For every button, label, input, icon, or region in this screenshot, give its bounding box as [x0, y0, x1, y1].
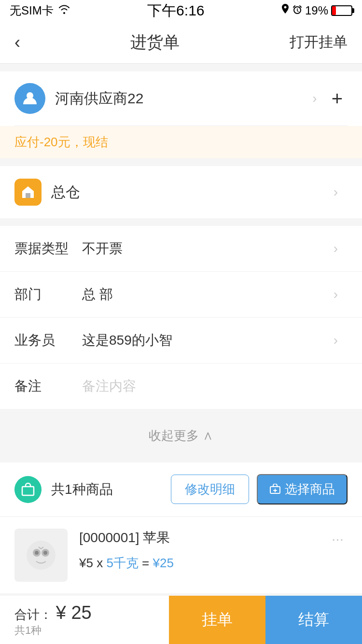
product-code: [0000001] [79, 530, 139, 545]
status-bar-left: 无SIM卡 [10, 3, 71, 18]
department-chevron-icon: › [334, 287, 338, 302]
product-item: [0000001] 苹果 ¥5 x 5千克 = ¥25 ··· [0, 517, 362, 593]
product-unit-price: ¥5 [79, 556, 93, 570]
product-price: ¥5 x 5千克 = ¥25 [79, 555, 328, 572]
supplier-chevron-icon: › [312, 91, 317, 106]
product-name-text: 苹果 [143, 530, 170, 545]
remark-label: 备注 [14, 377, 72, 395]
total-count: 共1种 [14, 623, 154, 638]
svg-point-5 [27, 541, 56, 570]
products-icon [14, 476, 42, 503]
product-more-button[interactable]: ··· [328, 529, 348, 549]
main-content: 河南供应商22 › + 应付-20元，现结 总仓 › 票据类型 不开票 › 部 [0, 64, 362, 642]
status-time: 下午6:16 [147, 1, 204, 21]
product-info: [0000001] 苹果 ¥5 x 5千克 = ¥25 [79, 529, 328, 572]
nav-bar: ‹ 进货单 打开挂单 [0, 21, 362, 64]
salesperson-label: 业务员 [14, 331, 72, 350]
back-button[interactable]: ‹ [14, 32, 20, 53]
modify-detail-button[interactable]: 修改明细 [171, 475, 249, 504]
hang-button[interactable]: 挂单 [169, 596, 265, 644]
checkout-button[interactable]: 结算 [265, 596, 362, 644]
supplier-row[interactable]: 河南供应商22 › + [0, 71, 362, 126]
carrier-text: 无SIM卡 [10, 3, 54, 18]
status-bar: 无SIM卡 下午6:16 19% [0, 0, 362, 21]
page-title: 进货单 [130, 31, 180, 54]
invoice-value: 不开票 [82, 239, 334, 258]
product-equals: = [142, 556, 153, 570]
warehouse-icon [14, 179, 42, 206]
salesperson-row[interactable]: 业务员 这是859的小智 › [0, 318, 362, 364]
svg-point-9 [43, 551, 47, 555]
warehouse-row[interactable]: 总仓 › [0, 166, 362, 218]
warehouse-name: 总仓 [51, 182, 334, 202]
product-total: ¥25 [153, 556, 174, 570]
products-count: 共1种商品 [51, 480, 171, 499]
remark-row[interactable]: 备注 备注内容 [0, 364, 362, 409]
product-name: [0000001] 苹果 [79, 529, 328, 547]
invoice-row[interactable]: 票据类型 不开票 › [0, 226, 362, 272]
warehouse-card[interactable]: 总仓 › [0, 166, 362, 218]
location-icon [281, 4, 290, 17]
status-bar-right: 19% [281, 4, 352, 17]
department-value: 总 部 [82, 285, 334, 304]
form-card: 票据类型 不开票 › 部门 总 部 › 业务员 这是859的小智 › 备注 备注… [0, 226, 362, 409]
select-product-button[interactable]: 选择商品 [257, 474, 348, 504]
products-header: 共1种商品 修改明细 选择商品 [0, 462, 362, 516]
supplier-card: 河南供应商22 › + 应付-20元，现结 [0, 71, 362, 158]
select-product-label: 选择商品 [285, 481, 335, 498]
salesperson-chevron-icon: › [334, 333, 338, 348]
total-amount: ¥ 25 [56, 602, 92, 623]
bottom-bar: 合计： ¥ 25 共1种 挂单 结算 [0, 596, 362, 644]
svg-rect-3 [22, 487, 34, 495]
product-multiply: x [97, 556, 106, 570]
add-button[interactable]: + [327, 88, 348, 110]
open-hang-button[interactable]: 打开挂单 [290, 32, 348, 52]
salesperson-value: 这是859的小智 [82, 331, 334, 350]
invoice-chevron-icon: › [334, 241, 338, 256]
battery-percent: 19% [305, 4, 328, 17]
supplier-avatar [14, 83, 45, 114]
department-label: 部门 [14, 285, 72, 304]
supplier-name: 河南供应商22 [55, 89, 312, 109]
total-label: 合计： [14, 607, 52, 622]
battery-icon [331, 5, 352, 16]
alarm-icon [292, 4, 302, 17]
wifi-icon [57, 4, 71, 17]
product-quantity: 5千克 [106, 556, 138, 570]
warehouse-chevron-icon: › [334, 184, 338, 200]
total-section: 合计： ¥ 25 共1种 [0, 602, 169, 638]
collapse-bar[interactable]: 收起更多 ∧ [0, 417, 362, 455]
warning-bar: 应付-20元，现结 [0, 126, 362, 158]
svg-rect-2 [26, 193, 30, 198]
invoice-label: 票据类型 [14, 239, 72, 258]
total-row: 合计： ¥ 25 [14, 602, 154, 623]
product-thumbnail [14, 529, 68, 582]
department-row[interactable]: 部门 总 部 › [0, 272, 362, 318]
svg-point-8 [35, 551, 39, 555]
remark-placeholder: 备注内容 [82, 377, 348, 395]
